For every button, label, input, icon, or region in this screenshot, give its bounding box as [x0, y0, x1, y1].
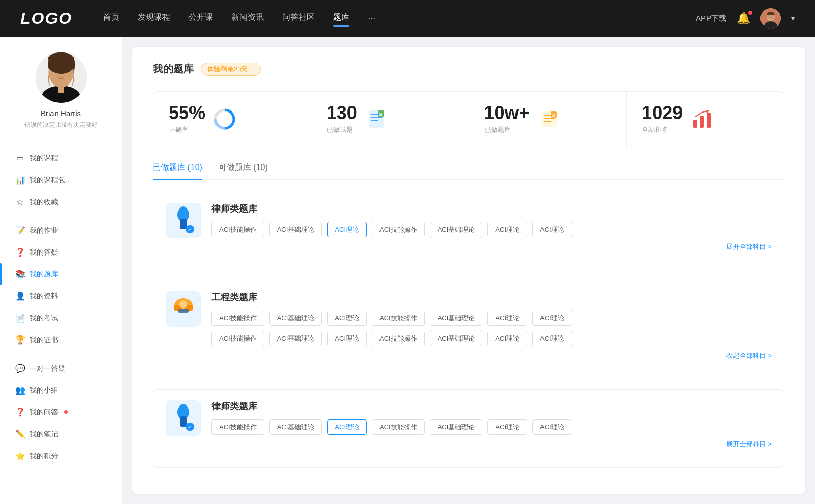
sidebar-label-quiz-bank: 我的题库: [30, 270, 58, 279]
sidebar-item-course-package[interactable]: 📊 我的课程包...: [0, 169, 122, 191]
tag-1-5[interactable]: ACI基础理论: [430, 222, 483, 237]
sidebar-item-exam[interactable]: 📄 我的考试: [0, 307, 122, 329]
tag-2-13[interactable]: ACI理论: [487, 331, 527, 346]
sidebar-item-favorites[interactable]: ☆ 我的收藏: [0, 191, 122, 213]
sidebar-item-group[interactable]: 👥 我的小组: [0, 379, 122, 401]
sidebar-item-qa[interactable]: ❓ 我的答疑: [0, 241, 122, 263]
stat-done-banks: 10w+ 已做题库 ≡: [469, 92, 627, 147]
stat-done-q-label: 已做试题: [327, 125, 357, 134]
expand-link-1[interactable]: 展开全部科目 >: [211, 242, 772, 251]
tag-3-4[interactable]: ACI技能操作: [372, 419, 425, 435]
qbank-section-lawyer-2: ✓ 律师类题库 ACI技能操作 ACI基础理论 ACI理论 ACI技能操作 AC…: [153, 389, 784, 468]
tag-1-4[interactable]: ACI技能操作: [372, 222, 425, 237]
stat-done-banks-value: 10w+: [484, 104, 530, 122]
accuracy-chart-icon: [213, 108, 236, 130]
qa-icon: ❓: [15, 247, 24, 257]
avatar[interactable]: [760, 8, 781, 29]
sidebar-item-notes[interactable]: ✏️ 我的笔记: [0, 423, 122, 445]
sidebar-username: Brian Harris: [41, 109, 81, 118]
qbank-title-2: 工程类题库: [211, 291, 772, 303]
qbank-section-2-header: 工程类题库 ACI技能操作 ACI基础理论 ACI理论 ACI技能操作 ACI基…: [166, 291, 772, 360]
qbank-body-3: 律师类题库 ACI技能操作 ACI基础理论 ACI理论 ACI技能操作 ACI基…: [211, 400, 772, 449]
done-banks-icon: ≡: [538, 108, 560, 130]
qbank-icon-lawyer-1: ✓: [166, 203, 201, 238]
svg-text:≡: ≡: [552, 113, 555, 118]
tag-2-7[interactable]: ACI理论: [532, 311, 572, 326]
tab-available[interactable]: 可做题库 (10): [219, 162, 268, 179]
tag-1-2[interactable]: ACI基础理论: [269, 222, 322, 237]
sidebar-item-my-course[interactable]: ▭ 我的课程: [0, 147, 122, 169]
nav-more[interactable]: ···: [368, 13, 375, 24]
tag-2-11[interactable]: ACI技能操作: [372, 331, 425, 346]
tag-2-3[interactable]: ACI理论: [327, 311, 367, 326]
sidebar-label-questions: 我的问答: [30, 408, 58, 417]
sidebar-item-certificate[interactable]: 🏆 我的证书: [0, 329, 122, 351]
tag-3-6[interactable]: ACI理论: [487, 419, 527, 435]
nav-news[interactable]: 新闻资讯: [231, 12, 264, 25]
sidebar-item-profile[interactable]: 👤 我的资料: [0, 285, 122, 307]
notification-bell[interactable]: 🔔: [737, 12, 750, 25]
nav-quiz[interactable]: 题库: [333, 12, 349, 25]
nav-qa[interactable]: 问答社区: [282, 12, 315, 25]
tag-2-5[interactable]: ACI基础理论: [430, 311, 483, 326]
course-package-icon: 📊: [15, 175, 24, 185]
homework-icon: 📝: [15, 226, 24, 235]
tag-2-1[interactable]: ACI技能操作: [211, 311, 264, 326]
qbank-body-2: 工程类题库 ACI技能操作 ACI基础理论 ACI理论 ACI技能操作 ACI基…: [211, 291, 772, 360]
trial-badge: 体验剩余23天！: [201, 63, 261, 76]
page-header: 我的题库 体验剩余23天！: [153, 62, 784, 76]
tag-2-8[interactable]: ACI技能操作: [211, 331, 264, 346]
tag-3-2[interactable]: ACI基础理论: [269, 419, 322, 435]
exam-icon: 📄: [15, 313, 24, 323]
tag-1-7[interactable]: ACI理论: [532, 222, 572, 237]
sidebar-profile: Brian Harris 错误的决定比没有决定要好: [0, 52, 122, 142]
divider-2: [10, 354, 112, 354]
tag-2-12[interactable]: ACI基础理论: [430, 331, 483, 346]
tab-done[interactable]: 已做题库 (10): [153, 162, 202, 179]
sidebar-item-points[interactable]: ⭐ 我的积分: [0, 445, 122, 467]
group-icon: 👥: [15, 385, 24, 395]
stat-done-q-value: 130: [327, 104, 357, 122]
svg-rect-25: [693, 120, 697, 128]
tag-3-3[interactable]: ACI理论: [327, 419, 367, 435]
sidebar-label-group: 我的小组: [30, 386, 58, 395]
sidebar-label-course-package: 我的课程包...: [30, 176, 71, 185]
nav-discover[interactable]: 发现课程: [138, 12, 170, 25]
svg-point-39: [179, 404, 188, 413]
stat-accuracy: 55% 正确率: [153, 92, 311, 147]
stat-done-banks-info: 10w+ 已做题库: [484, 104, 530, 134]
tag-1-6[interactable]: ACI理论: [487, 222, 527, 237]
tag-2-2[interactable]: ACI基础理论: [269, 311, 322, 326]
tutoring-icon: 💬: [15, 363, 24, 373]
avatar-dropdown-arrow[interactable]: ▾: [791, 14, 795, 22]
page-layout: Brian Harris 错误的决定比没有决定要好 ▭ 我的课程 📊 我的课程包…: [0, 37, 815, 504]
tag-2-14[interactable]: ACI理论: [532, 331, 572, 346]
sidebar-item-quiz-bank[interactable]: 📚 我的题库: [0, 263, 122, 285]
tag-2-6[interactable]: ACI理论: [487, 311, 527, 326]
tag-2-9[interactable]: ACI基础理论: [269, 331, 322, 346]
tag-3-7[interactable]: ACI理论: [532, 419, 572, 435]
sidebar-label-my-course: 我的课程: [30, 154, 58, 163]
qbank-section-engineering: 工程类题库 ACI技能操作 ACI基础理论 ACI理论 ACI技能操作 ACI基…: [153, 281, 784, 379]
app-download-link[interactable]: APP下载: [696, 14, 726, 23]
expand-link-3[interactable]: 展开全部科目 >: [211, 440, 772, 449]
divider-1: [10, 216, 112, 216]
sidebar-item-questions[interactable]: ❓ 我的问答: [0, 401, 122, 423]
qbank-section-lawyer-1: ✓ 律师类题库 ACI技能操作 ACI基础理论 ACI理论 ACI技能操作 AC…: [153, 192, 784, 270]
profile-icon: 👤: [15, 291, 24, 301]
navbar-right: APP下载 🔔 ▾: [696, 8, 795, 29]
stats-row: 55% 正确率 130 已做试题: [153, 91, 784, 147]
sidebar-item-homework[interactable]: 📝 我的作业: [0, 219, 122, 241]
svg-point-37: [179, 300, 187, 309]
tag-3-5[interactable]: ACI基础理论: [430, 419, 483, 435]
nav-home[interactable]: 首页: [103, 12, 119, 25]
sidebar-item-tutoring[interactable]: 💬 一对一答疑: [0, 357, 122, 379]
sidebar-label-points: 我的积分: [30, 452, 58, 461]
tag-1-3[interactable]: ACI理论: [327, 222, 367, 237]
tag-1-1[interactable]: ACI技能操作: [211, 222, 264, 237]
tag-3-1[interactable]: ACI技能操作: [211, 419, 264, 435]
tag-2-4[interactable]: ACI技能操作: [372, 311, 425, 326]
nav-public[interactable]: 公开课: [188, 12, 213, 25]
collapse-link-2[interactable]: 收起全部科目 >: [211, 351, 772, 360]
tag-2-10[interactable]: ACI理论: [327, 331, 367, 346]
